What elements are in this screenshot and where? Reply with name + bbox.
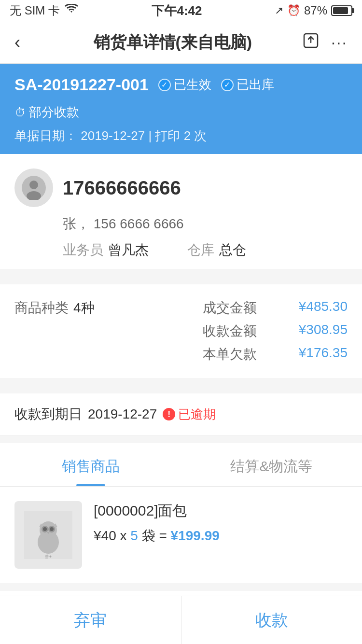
tab-settlement-label: 结算&物流等 (230, 458, 312, 474)
product-item: 兽+ [0000002]面包 ¥40 x 5 袋 = ¥199.99 (0, 487, 362, 583)
back-button[interactable]: ‹ (14, 32, 43, 53)
owed-amount-value: ¥176.35 (299, 345, 348, 364)
customer-phone: 17666666666 (63, 177, 181, 199)
status-effective: ✓ 已生效 (158, 76, 211, 93)
nav-bar: ‹ 销货单详情(来自电脑) ··· (0, 21, 362, 64)
owed-amount-label: 本单欠款 (203, 345, 257, 364)
location-icon: ↗ (275, 4, 283, 17)
warehouse-item: 仓库 总仓 (187, 241, 246, 259)
received-amount-value: ¥308.95 (299, 322, 348, 340)
status-bar: 无 SIM 卡 下午4:42 ↗ ⏰ 87% (0, 0, 362, 21)
tabs-section: 销售商品 结算&物流等 (0, 443, 362, 487)
svg-text:兽+: 兽+ (45, 554, 52, 559)
customer-phone-alt: 156 6666 6666 (94, 216, 184, 231)
date-label: 单据日期： (14, 128, 77, 143)
tab-sales-label: 销售商品 (62, 458, 120, 474)
deal-amount-value: ¥485.30 (299, 299, 348, 317)
due-section: 收款到期日 2019-12-27 ! 已逾期 (0, 393, 362, 435)
total-bread: ¥199.99 (171, 528, 220, 543)
order-id: SA-20191227-001 (14, 75, 149, 94)
customer-meta: 业务员 曾凡杰 仓库 总仓 (14, 241, 348, 259)
product-types-value: 4种 (73, 299, 95, 317)
warehouse-value: 总仓 (219, 241, 246, 259)
status-effective-label: 已生效 (174, 76, 211, 93)
status-partial: ⏱ 部分收款 (14, 104, 79, 121)
tab-settlement[interactable]: 结算&物流等 (181, 443, 362, 486)
page-title: 销货单详情(来自电脑) (94, 31, 252, 54)
battery-percent: 87% (304, 4, 327, 17)
product-types-label: 商品种类 (14, 299, 69, 317)
warehouse-label: 仓库 (187, 241, 214, 259)
status-time: 下午4:42 (152, 2, 202, 19)
summary-section: 商品种类 4种 成交金额 ¥485.30 收款金额 ¥308.95 本单欠款 ¥… (0, 284, 362, 378)
tabs-row: 销售商品 结算&物流等 (0, 443, 362, 487)
separator-1 (0, 277, 362, 284)
salesperson-item: 业务员 曾凡杰 (63, 241, 149, 259)
thumb-placeholder-bread: 兽+ (14, 501, 82, 569)
overdue-dot-icon: ! (163, 408, 175, 420)
unit-bread: 袋 (142, 528, 155, 543)
product-price-bread: ¥40 x 5 袋 = ¥199.99 (94, 527, 348, 545)
overdue-badge: ! 已逾期 (163, 406, 216, 423)
deal-amount-row: 成交金额 ¥485.30 (203, 299, 348, 317)
status-shipped-label: 已出库 (237, 76, 274, 93)
received-amount-label: 收款金额 (203, 322, 257, 340)
summary-left: 商品种类 4种 (14, 299, 95, 317)
cancel-button[interactable]: 弃审 (0, 596, 181, 644)
overdue-text: 已逾期 (178, 406, 216, 423)
product-info-bread: [0000002]面包 ¥40 x 5 袋 = ¥199.99 (94, 501, 348, 545)
status-partial-label: 部分收款 (29, 104, 79, 121)
customer-section: 17666666666 张， 156 6666 6666 业务员 曾凡杰 仓库 … (0, 154, 362, 269)
separator-3 (0, 435, 362, 443)
order-date: 2019-12-27 (81, 128, 145, 143)
battery-icon (331, 5, 352, 16)
status-left: 无 SIM 卡 (10, 3, 79, 18)
more-icon[interactable]: ··· (331, 33, 348, 52)
confirm-button[interactable]: 收款 (181, 596, 362, 644)
qty-bread: 5 (130, 528, 138, 543)
salesperson-value: 曾凡杰 (108, 241, 149, 259)
check-effective-icon: ✓ (158, 79, 171, 91)
deal-amount-label: 成交金额 (203, 299, 257, 317)
wifi-icon (64, 4, 79, 17)
received-amount-row: 收款金额 ¥308.95 (203, 322, 348, 340)
clock-icon: ⏱ (14, 106, 26, 119)
carrier-text: 无 SIM 卡 (10, 3, 60, 18)
customer-top: 17666666666 (14, 168, 348, 207)
bottom-bar: 弃审 收款 (0, 596, 362, 644)
product-types-item: 商品种类 4种 (14, 299, 95, 317)
summary-right: 成交金额 ¥485.30 收款金额 ¥308.95 本单欠款 ¥176.35 (203, 299, 348, 364)
multiply-bread: x (120, 528, 131, 543)
product-name-bread: [0000002]面包 (94, 501, 348, 521)
equals-bread: = (159, 528, 170, 543)
owed-amount-row: 本单欠款 ¥176.35 (203, 345, 348, 364)
summary-row: 商品种类 4种 成交金额 ¥485.30 收款金额 ¥308.95 本单欠款 ¥… (14, 299, 348, 364)
svg-point-2 (29, 181, 38, 189)
avatar (14, 168, 53, 207)
print-info: | 打印 2 次 (148, 128, 207, 143)
alarm-icon: ⏰ (287, 4, 300, 17)
nav-actions: ··· (302, 32, 348, 53)
due-date-value: 2019-12-27 (88, 406, 157, 422)
order-id-row: SA-20191227-001 ✓ 已生效 ✓ 已出库 ⏱ 部分收款 (14, 75, 348, 121)
salesperson-label: 业务员 (63, 241, 103, 259)
separator-2 (0, 386, 362, 393)
price-unit-bread: ¥40 (94, 528, 116, 543)
status-right: ↗ ⏰ 87% (275, 4, 352, 17)
customer-name-text: 张 (63, 216, 76, 231)
status-shipped: ✓ 已出库 (221, 76, 274, 93)
order-header: SA-20191227-001 ✓ 已生效 ✓ 已出库 ⏱ 部分收款 单据日期：… (0, 64, 362, 154)
order-date-row: 单据日期： 2019-12-27 | 打印 2 次 (14, 127, 348, 144)
svg-point-9 (43, 527, 47, 531)
svg-point-10 (50, 527, 54, 531)
check-shipped-icon: ✓ (221, 79, 234, 91)
due-date-label: 收款到期日 (14, 405, 82, 423)
share-icon[interactable] (302, 32, 320, 53)
product-thumb-bread: 兽+ (14, 501, 82, 569)
customer-sub: 张， 156 6666 6666 (14, 215, 348, 233)
tab-sales-products[interactable]: 销售商品 (0, 443, 181, 486)
